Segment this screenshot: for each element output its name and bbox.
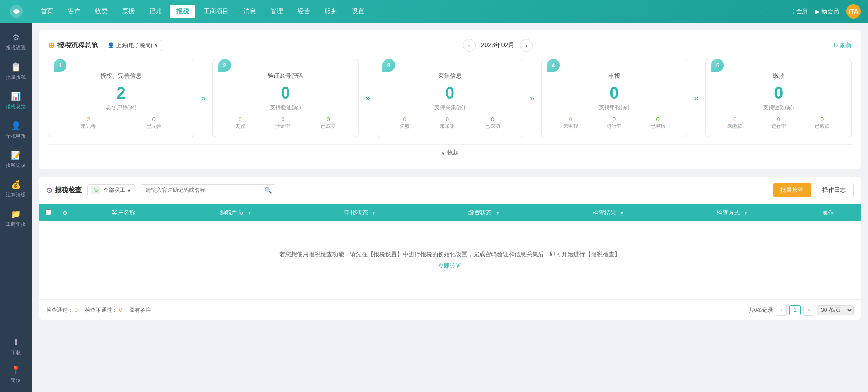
step-stats-2: 0 失败 0 未采集 0 已成功 [384,116,515,129]
check-circle-icon: ⊙ [46,186,52,195]
step-stats-4: 0 未缴款 0 进行中 0 已缴款 [713,116,844,129]
table-footer: 检查通过： 0 检查不通过： 0 囧有备注 共0条记录 ‹ 1 › 30 条/页… [39,300,861,320]
sidebar-icon-报税记录: 📝 [11,150,21,160]
sidebar-icon-工商年报: 📁 [11,209,21,219]
arrow-icon: » [201,93,206,103]
step-big-num-3: 0 [549,84,680,103]
sidebar-item-定位[interactable]: 📍定位 [0,362,32,387]
step-stats-0: 2 未完善 0 已完善 [56,116,187,129]
sidebar-item-报税记录[interactable]: 📝报税记录 [0,145,32,174]
sidebar-item-工商年报[interactable]: 📁工商年报 [0,204,32,233]
avatar: iTA [846,4,861,19]
checkbox-header [39,204,57,221]
process-overview-card: ⊕ 报税流程总览 👤 上海(电子税局) ∨ ‹ 2023年02月 › ↻ 刷新 [39,30,861,169]
col-declare-status: 申报状态 ▼ [298,204,422,221]
operation-log-button[interactable]: 操作日志 [815,183,854,197]
nav-item-服务[interactable]: 服务 [318,5,344,18]
nav-item-设置[interactable]: 设置 [345,5,371,18]
table-header-row: ⚙ 客户名称 纳税性质 ▼ 申报状态 ▼ 缴费状态 ▼ 检查结果 ▼ 检查方式 … [39,204,861,221]
nav-item-票据[interactable]: 票据 [116,5,141,18]
sidebar-item-报税总览[interactable]: 📊报税总览 [0,86,32,115]
sidebar-item-汇算清缴[interactable]: 💰汇算清缴 [0,174,32,204]
process-header-left: ⊕ 报税流程总览 👤 上海(电子税局) ∨ [48,40,162,51]
step-num-4: 4 [547,59,560,72]
location-icon: 👤 [108,42,114,48]
plus-icon: ⊕ [48,40,55,50]
batch-check-button[interactable]: 批量检查 [773,183,811,197]
nav-item-管理[interactable]: 管理 [264,5,289,18]
steps-container: 1 授权、完善信息 2 总客户数(家) 2 未完善 0 已完善 » 2 验证账号… [48,59,852,137]
pass-count[interactable]: 0 [75,307,78,313]
step-num-2: 2 [218,59,231,72]
member-button[interactable]: ▶ 畅会员 [815,7,839,15]
table-empty-message: 若您想使用报税检查功能，请先在【报税设置】中进行报税的初始化设置，完成密码验证和… [44,226,855,295]
check-title: ⊙ 报税检查 [46,186,82,195]
step-title-1: 验证账号密码 [220,72,351,80]
nav-item-收费[interactable]: 收费 [89,5,114,18]
nav-item-报税[interactable]: 报税 [170,5,195,18]
step-card-1: 2 验证账号密码 0 支持验证(家) 0 失败 0 验证中 0 已成功 [212,59,359,137]
search-input[interactable] [141,185,261,196]
col-customer-name: 客户名称 [73,204,174,221]
sidebar-item-批量报税[interactable]: 📋批量报税 [0,57,32,86]
table-container: ⚙ 客户名称 纳税性质 ▼ 申报状态 ▼ 缴费状态 ▼ 检查结果 ▼ 检查方式 … [39,204,861,300]
step-title-0: 授权、完善信息 [56,72,187,80]
fullscreen-button[interactable]: ⛶ 全屏 [788,7,808,15]
select-all-checkbox[interactable] [45,209,51,215]
arrow-icon: » [694,93,699,103]
staff-select[interactable]: 员 全部员工 ∨ [87,184,135,196]
col-tax-nature: 纳税性质 ▼ [174,204,298,221]
footer-pager: 共0条记录 ‹ 1 › 30 条/页 50 条/页 100 条/页 [749,305,854,316]
step-stat: 0 已成功 [485,116,500,129]
step-title-3: 申报 [549,72,680,80]
check-pass-label: 检查通过： 0 [46,306,78,314]
process-title: ⊕ 报税流程总览 [48,40,98,50]
step-title-2: 采集信息 [384,72,515,80]
month-navigation: ‹ 2023年02月 › [463,39,533,52]
nav-item-记账[interactable]: 记账 [143,5,168,18]
fail-count[interactable]: 0 [119,307,122,313]
arrow-icon: » [529,93,534,103]
nav-right: ⛶ 全屏 ▶ 畅会员 iTA [788,4,861,19]
nav-item-首页[interactable]: 首页 [34,5,60,18]
arrow-icon: » [365,93,370,103]
sidebar-icon-报税设置: ⚙ [12,33,19,43]
refresh-button[interactable]: ↻ 刷新 [833,41,852,49]
step-connector-2: » [359,59,377,137]
step-connector-4: » [687,59,705,137]
first-page-button[interactable]: ‹ [776,305,787,316]
month-text: 2023年02月 [481,41,515,49]
step-sub-0: 总客户数(家) [56,104,187,111]
col-check-method: 检查方式 ▼ [670,204,794,221]
step-title-4: 缴款 [713,72,844,80]
nav-item-经营[interactable]: 经营 [291,5,316,18]
table-empty-row: 若您想使用报税检查功能，请先在【报税设置】中进行报税的初始化设置，完成密码验证和… [39,221,861,300]
main-content: ⊕ 报税流程总览 👤 上海(电子税局) ∨ ‹ 2023年02月 › ↻ 刷新 [32,23,868,392]
check-header: ⊙ 报税检查 员 全部员工 ∨ 🔍 批量检查 操作日志 [39,177,861,204]
col-pay-status: 缴费状态 ▼ [422,204,546,221]
sidebar-item-报税设置[interactable]: ⚙报税设置 [0,27,32,57]
search-box: 🔍 [141,184,276,196]
collapse-button[interactable]: ∧ 收起 [48,144,852,160]
step-stat: 0 未缴款 [727,116,742,129]
footer-left: 检查通过： 0 检查不通过： 0 囧有备注 [46,306,151,314]
step-big-num-0: 2 [56,84,187,103]
sidebar-item-下载[interactable]: ⬇下载 [0,334,32,360]
step-card-2: 3 采集信息 0 支持采集(家) 0 失败 0 未采集 0 已成功 [377,59,523,137]
location-badge[interactable]: 👤 上海(电子税局) ∨ [104,40,162,51]
search-button[interactable]: 🔍 [261,185,276,196]
nav-item-工商项目[interactable]: 工商项目 [197,5,235,18]
next-month-button[interactable]: › [520,39,533,52]
nav-item-客户[interactable]: 客户 [61,5,87,18]
setup-link[interactable]: 立即设置 [438,263,462,269]
step-num-5: 5 [711,59,724,72]
step-stat: 0 未采集 [440,116,455,129]
sidebar-icon-批量报税: 📋 [11,62,21,72]
step-stats-3: 0 未申报 0 进行中 0 已申报 [549,116,680,129]
prev-month-button[interactable]: ‹ [463,39,476,52]
nav-item-消息[interactable]: 消息 [237,5,262,18]
next-page-button[interactable]: › [803,305,814,316]
page-size-select[interactable]: 30 条/页 50 条/页 100 条/页 [817,305,854,315]
step-stats-1: 0 失败 0 验证中 0 已成功 [220,116,351,129]
sidebar-item-个税申报[interactable]: 👤个税申报 [0,115,32,145]
